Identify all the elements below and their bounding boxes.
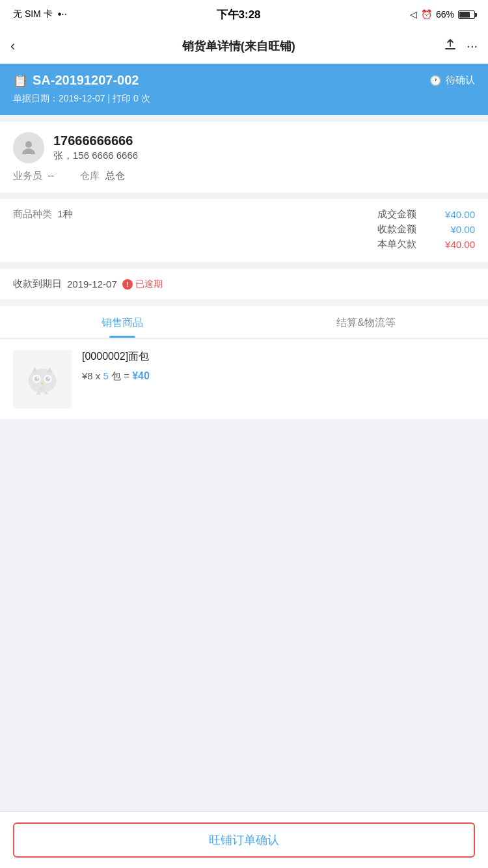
empty-space (0, 419, 488, 549)
nav-bar: ‹ 销货单详情(来自旺铺) ··· (0, 29, 488, 64)
product-item: 督+ [0000002]面包 ¥8 x 5 包 = ¥40 (0, 340, 488, 419)
tabs-container: 销售商品 结算&物流等 (0, 306, 488, 338)
customer-phone: 17666666666 (53, 133, 138, 148)
svg-text:督+: 督+ (39, 387, 46, 390)
bottom-bar: 旺铺订单确认 (0, 811, 488, 868)
product-name: [0000002]面包 (82, 350, 475, 364)
order-id: 📋 SA-20191207-002 (13, 73, 139, 88)
svg-rect-0 (445, 47, 455, 48)
page-title: 销货单详情(来自旺铺) (34, 38, 443, 54)
status-clock-icon: 🕐 (429, 75, 442, 87)
status-time: 下午3:28 (217, 7, 261, 22)
deal-amount-row: 成交金额 ¥40.00 (377, 208, 475, 221)
confirm-order-button[interactable]: 旺铺订单确认 (13, 822, 475, 858)
customer-card: 17666666666 张，156 6666 6666 业务员 -- 仓库 总仓 (0, 122, 488, 193)
header-top: 📋 SA-20191207-002 🕐 待确认 (13, 73, 475, 88)
svg-point-8 (46, 377, 50, 381)
customer-meta: 业务员 -- 仓库 总仓 (13, 170, 475, 182)
more-button[interactable]: ··· (467, 38, 478, 53)
product-image: 督+ (23, 363, 62, 396)
status-bar: 无 SIM 卡 •∙∙ 下午3:28 ◁ ⏰ 66% (0, 0, 488, 29)
status-right: ◁ ⏰ 66% (410, 9, 475, 20)
header-card: 📋 SA-20191207-002 🕐 待确认 单据日期：2019-12-07 … (0, 64, 488, 115)
customer-name: 张，156 6666 6666 (53, 150, 138, 162)
product-thumbnail: 督+ (13, 350, 72, 409)
battery-label: 66% (436, 9, 454, 20)
amounts-right: 成交金额 ¥40.00 收款金额 ¥0.00 本单欠款 ¥40.00 (377, 208, 475, 253)
due-date-card: 收款到期日 2019-12-07 ! 已逾期 (0, 269, 488, 299)
sales-info: 业务员 -- (13, 170, 54, 182)
alarm-icon: ⏰ (421, 9, 432, 20)
order-meta: 单据日期：2019-12-07 | 打印 0 次 (13, 93, 475, 105)
tab-products[interactable]: 销售商品 (0, 306, 244, 338)
order-status: 🕐 待确认 (429, 74, 475, 87)
tab-settlement[interactable]: 结算&物流等 (244, 306, 488, 338)
svg-marker-4 (47, 367, 53, 373)
warehouse-info: 仓库 总仓 (80, 170, 124, 182)
avatar (13, 132, 44, 163)
battery-icon (458, 10, 475, 19)
product-info: [0000002]面包 ¥8 x 5 包 = ¥40 (82, 350, 475, 383)
product-types: 商品种类 1种 (13, 208, 377, 221)
arrears-amount-row: 本单欠款 ¥40.00 (377, 238, 475, 251)
svg-point-10 (48, 377, 50, 379)
svg-point-1 (25, 141, 32, 148)
overdue-badge: ! 已逾期 (122, 278, 163, 290)
product-price: ¥8 x 5 包 = ¥40 (82, 370, 475, 383)
svg-point-9 (36, 377, 38, 379)
svg-point-7 (34, 377, 39, 381)
status-left: 无 SIM 卡 •∙∙ (13, 8, 67, 20)
collected-amount-row: 收款金额 ¥0.00 (377, 223, 475, 236)
location-icon: ◁ (410, 9, 417, 20)
export-button[interactable] (443, 37, 457, 55)
nav-actions: ··· (443, 37, 478, 55)
amounts-card: 商品种类 1种 成交金额 ¥40.00 收款金额 ¥0.00 本单欠款 ¥40.… (0, 199, 488, 262)
back-button[interactable]: ‹ (10, 38, 34, 55)
customer-info: 17666666666 张，156 6666 6666 (53, 133, 138, 162)
wifi-icon: •∙∙ (58, 8, 68, 20)
sim-label: 无 SIM 卡 (13, 8, 53, 20)
customer-top: 17666666666 张，156 6666 6666 (13, 132, 475, 163)
svg-marker-3 (32, 367, 38, 373)
overdue-icon: ! (122, 279, 133, 290)
